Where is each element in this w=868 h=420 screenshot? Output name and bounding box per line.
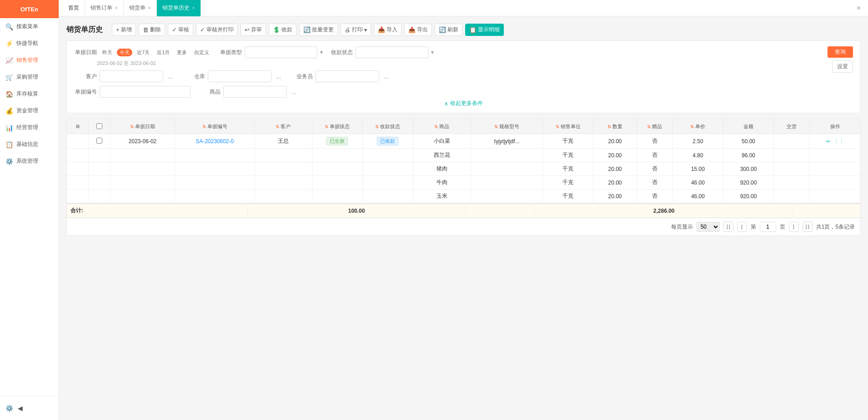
sidebar-item-label: 库存核算 [16,90,38,98]
cell-price-4: 46.00 [672,190,723,203]
sidebar-item-label: 销售管理 [16,56,38,64]
customer-dots[interactable]: ... [166,73,175,80]
doctype-dropdown-icon: ▾ [320,49,323,55]
sidebar-item-purchase-mgmt[interactable]: 🛒 采购管理 [0,69,59,85]
th-paystatus[interactable]: ⇅ 收款状态 [362,119,413,134]
customer-input[interactable] [100,70,163,82]
collapse-button[interactable]: ∧ 收起更多条件 [74,100,853,107]
sidebar-item-quick-nav[interactable]: ⚡ 快捷导航 [0,35,59,52]
print-icon: 🖨 [345,26,351,33]
settings-icon[interactable]: ⚙ [74,123,81,130]
audit-button[interactable]: ✓审核 [168,24,193,36]
first-page-button[interactable]: ⟨⟨ [723,222,733,232]
sidebar-item-inventory[interactable]: 🏠 库存核算 [0,85,59,102]
salesperson-dots[interactable]: ... [382,73,391,80]
row-checkbox-0[interactable] [96,138,102,144]
sidebar-item-finance[interactable]: 💰 资金管理 [0,102,59,119]
date-btn-today[interactable]: 今天 [117,49,132,56]
tab-sales-order[interactable]: 销售订单 × [85,0,124,16]
tab-home[interactable]: 首页 [63,0,85,16]
th-docno[interactable]: ⇅ 单据编号 [175,119,255,134]
cell-settings-1 [67,149,89,162]
sidebar-item-operations[interactable]: 📊 经营管理 [0,119,59,136]
tab-sales-goods-close[interactable]: × [148,5,151,10]
th-price[interactable]: ⇅ 单价 [672,119,723,134]
sales-icon: 📈 [5,57,13,64]
date-btn-yesterday[interactable]: 昨天 [100,49,115,56]
cell-unit-0: 千克 [543,134,593,149]
next-page-button[interactable]: ⟩ [789,222,799,232]
payment-status-select[interactable] [356,46,428,58]
date-btn-last1month[interactable]: 近1月 [154,49,172,56]
filter-warehouse: 仓库 ... [182,70,283,82]
collapse-up-icon: ∧ [444,100,448,107]
warehouse-dots[interactable]: ... [274,73,283,80]
doctype-select[interactable] [245,46,317,58]
audit-print-button[interactable]: ✓审核并打印 [196,24,238,36]
search-menu-icon: 🔍 [5,23,13,30]
th-spec[interactable]: ⇅ 规格型号 [471,119,543,134]
collect-button[interactable]: 💲收款 [269,24,296,36]
edit-btn-0[interactable]: ✏ [824,138,832,145]
th-docstatus[interactable]: ⇅ 单据状态 [312,119,362,134]
filter-row-2: 客户 ... 仓库 ... 业务员 ... [74,70,808,82]
system-icon: ⚙️ [5,158,13,165]
th-unit[interactable]: ⇅ 销售单位 [543,119,593,134]
sidebar-bottom-settings[interactable]: ⚙️ ◀ [0,400,59,416]
cell-trade-4 [774,190,810,203]
cell-action-2 [810,162,860,176]
last-page-button[interactable]: ⟩⟩ [803,222,813,232]
date-btn-last7days[interactable]: 近7天 [134,49,152,56]
import-button[interactable]: 📥导入 [374,24,401,36]
docno-input[interactable] [100,86,191,98]
cell-docno-0: SA-20230602-0 [175,134,255,149]
query-button[interactable]: 查询 [828,46,853,58]
tab-sales-history[interactable]: 销货单历史 × [157,0,201,16]
delete-button[interactable]: 🗑删除 [139,24,165,36]
setting-button[interactable]: 设置 [832,60,853,73]
product-label: 商品 [198,88,221,96]
date-btn-more[interactable]: 更多 [174,49,190,56]
warehouse-input[interactable] [208,70,271,82]
tab-sales-goods[interactable]: 销货单 × [124,0,157,16]
delete-icon: 🗑 [143,26,149,33]
sidebar-item-search-menu[interactable]: 🔍 搜索菜单 [0,18,59,35]
tab-close-all-button[interactable]: × [853,4,864,12]
th-qty[interactable]: ⇅ 数量 [593,119,637,134]
product-input[interactable] [223,86,287,98]
add-button[interactable]: +新增 [112,24,136,36]
cell-settings-3 [67,176,89,190]
th-amount: 金额 [723,119,773,134]
cell-docstatus-0: 已生效 [312,134,362,149]
th-gift[interactable]: ⇅ 赠品 [637,119,672,134]
show-detail-button[interactable]: 📋显示明细 [465,24,504,36]
cell-spec-2 [471,162,543,176]
table-row: 玉米 千克 20.00 否 46.00 920.00 [67,190,860,203]
th-product[interactable]: ⇅ 商品 [413,119,471,134]
th-customer[interactable]: ⇅ 客户 [254,119,312,134]
prev-page-button[interactable]: ⟨ [737,222,747,232]
tab-home-label: 首页 [68,4,79,12]
print-button[interactable]: 🖨打印 ▾ [341,24,371,36]
refresh-button[interactable]: 🔄刷新 [435,24,462,36]
th-date[interactable]: ⇅ 单据日期 [110,119,175,134]
cell-customer-0: 王总 [254,134,312,149]
sidebar-item-sales-mgmt[interactable]: 📈 销售管理 [0,52,59,69]
salesperson-input[interactable] [316,70,379,82]
export-button[interactable]: 📤导出 [404,24,432,36]
sidebar-item-system-mgmt[interactable]: ⚙️ 系统管理 [0,153,59,170]
product-dots[interactable]: ... [290,88,299,95]
abandon-button[interactable]: ↩弃审 [241,24,266,36]
cell-unit-1: 千克 [543,149,593,162]
page-number-input[interactable] [760,222,776,232]
tab-sales-history-close[interactable]: × [192,5,195,10]
select-all-checkbox[interactable] [96,123,102,129]
more-btn-0[interactable]: ⋮⋮ [832,138,846,145]
per-page-select[interactable]: 50 20 100 [697,222,720,232]
sidebar-item-basic-info[interactable]: 📋 基础信息 [0,136,59,153]
tab-sales-order-close[interactable]: × [115,5,118,10]
date-btn-custom[interactable]: 自定义 [191,49,212,56]
batch-change-button[interactable]: 🔄批量变更 [299,24,338,36]
quick-nav-icon: ⚡ [5,40,13,47]
cell-gift-2: 否 [637,162,672,176]
